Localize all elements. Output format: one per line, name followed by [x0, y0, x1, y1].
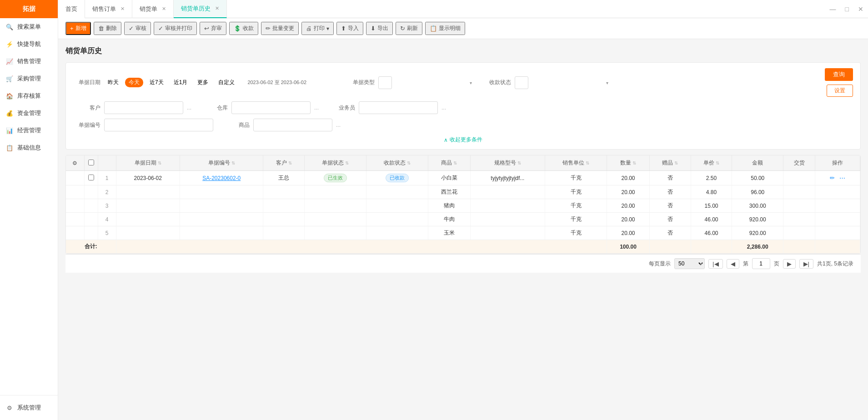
delete-button[interactable]: 🗑 删除: [94, 22, 121, 35]
set-button[interactable]: 设置: [827, 85, 853, 97]
row1-check[interactable]: [88, 175, 94, 180]
staff-dots[interactable]: ...: [442, 105, 446, 111]
sort-price[interactable]: 单价 ⇅: [703, 159, 719, 167]
add-button[interactable]: + 新增: [65, 22, 91, 35]
page-last-button[interactable]: ▶|: [799, 259, 813, 269]
order-no-input[interactable]: [104, 119, 213, 131]
row4-order-no: [180, 213, 263, 226]
goods-input[interactable]: [253, 119, 332, 131]
date-more[interactable]: 更多: [194, 78, 212, 87]
sort-date[interactable]: 单据日期 ⇅: [135, 159, 161, 167]
show-detail-button[interactable]: 📋 显示明细: [425, 22, 465, 35]
col-order-status[interactable]: 单据状态 ⇅: [305, 155, 366, 171]
row4-unit: 千克: [545, 213, 607, 226]
select-all-checkbox[interactable]: [88, 160, 94, 165]
sidebar-item-quick-nav[interactable]: ⚡ 快捷导航: [0, 35, 58, 53]
date-yesterday[interactable]: 昨天: [104, 78, 122, 87]
staff-input[interactable]: [359, 101, 438, 114]
sidebar-bottom: ⚙ 系统管理: [0, 395, 58, 420]
row1-edit-button[interactable]: ✏: [828, 175, 836, 181]
col-order-no[interactable]: 单据编号 ⇅: [180, 155, 263, 171]
customer-dots[interactable]: ...: [187, 105, 191, 111]
warehouse-dots[interactable]: ...: [314, 105, 319, 111]
row1-more-button[interactable]: ⋯: [838, 175, 847, 181]
doc-type-select[interactable]: [378, 76, 392, 89]
sort-customer-icon: ⇅: [288, 160, 292, 165]
page-next-button[interactable]: ▶: [783, 259, 796, 269]
show-detail-label: 显示明细: [439, 25, 461, 32]
sidebar-item-operations[interactable]: 📊 经营管理: [0, 122, 58, 139]
col-spec[interactable]: 规格型号 ⇅: [470, 155, 545, 171]
collapse-button[interactable]: ∧ 收起更多条件: [444, 136, 482, 144]
refresh-button[interactable]: ↻ 刷新: [396, 22, 422, 35]
col-price[interactable]: 单价 ⇅: [691, 155, 732, 171]
sidebar-item-search-menu[interactable]: 🔍 搜索菜单: [0, 18, 58, 35]
tab-sales-goods[interactable]: 销货单 ✕: [132, 0, 174, 18]
table-row: 4 牛肉 千克 20.00 否 46.00 920.00: [66, 213, 860, 226]
collect-button[interactable]: 💲 收款: [229, 22, 258, 35]
sort-payment-status[interactable]: 收款状态 ⇅: [384, 159, 411, 167]
sort-goods[interactable]: 商品 ⇅: [441, 159, 457, 167]
warehouse-input[interactable]: [231, 101, 311, 114]
sort-qty[interactable]: 数量 ⇅: [620, 159, 636, 167]
page-prev-button[interactable]: ◀: [727, 259, 739, 269]
review-print-button[interactable]: ✓ 审核并打印: [154, 22, 197, 35]
row1-order-link[interactable]: SA-20230602-0: [202, 175, 241, 181]
sort-order-status[interactable]: 单据状态 ⇅: [322, 159, 349, 167]
sidebar-item-purchase-mgmt[interactable]: 🛒 采购管理: [0, 70, 58, 87]
tab-sales-order[interactable]: 销售订单 ✕: [85, 0, 132, 18]
goods-dots[interactable]: ...: [336, 122, 341, 128]
sidebar-item-system-mgmt[interactable]: ⚙ 系统管理: [0, 399, 58, 416]
chart-icon: 📈: [5, 57, 14, 65]
data-table: ⚙ 单据日期 ⇅ 单据编号: [65, 155, 861, 254]
sort-gift[interactable]: 赠品 ⇅: [662, 159, 678, 167]
import-button[interactable]: ⬆ 导入: [336, 22, 363, 35]
batch-change-button[interactable]: ✏ 批量变更: [261, 22, 299, 35]
tab-home[interactable]: 首页: [58, 0, 85, 18]
sort-spec[interactable]: 规格型号 ⇅: [494, 159, 521, 167]
per-page-select-wrapper: 50 100 200: [674, 258, 705, 269]
date-7days[interactable]: 近7天: [146, 78, 167, 87]
row1-order-no[interactable]: SA-20230602-0: [180, 171, 263, 185]
col-customer[interactable]: 客户 ⇅: [263, 155, 305, 171]
date-custom[interactable]: 自定义: [215, 78, 238, 87]
sidebar-item-sales-mgmt[interactable]: 📈 销售管理: [0, 53, 58, 70]
page-first-button[interactable]: |◀: [708, 259, 722, 269]
page-number-input[interactable]: [752, 258, 770, 269]
tab-sales-history[interactable]: 销货单历史 ✕: [174, 0, 227, 18]
maximize-button[interactable]: □: [841, 5, 853, 13]
payment-status-select[interactable]: [515, 76, 528, 89]
date-today[interactable]: 今天: [125, 78, 143, 87]
sort-customer[interactable]: 客户 ⇅: [276, 159, 292, 167]
abandon-button[interactable]: ↩ 弃审: [200, 22, 226, 35]
sidebar-item-base-info[interactable]: 📋 基础信息: [0, 139, 58, 156]
col-goods[interactable]: 商品 ⇅: [428, 155, 471, 171]
customer-input[interactable]: [104, 101, 183, 114]
minimize-button[interactable]: —: [825, 5, 841, 13]
col-date[interactable]: 单据日期 ⇅: [116, 155, 180, 171]
sort-unit[interactable]: 销售单位 ⇅: [562, 159, 589, 167]
col-settings[interactable]: ⚙: [66, 155, 84, 171]
tab-sales-history-label: 销货单历史: [181, 5, 211, 13]
row4-price: 46.00: [691, 213, 732, 226]
col-gift[interactable]: 赠品 ⇅: [649, 155, 691, 171]
col-payment-status[interactable]: 收款状态 ⇅: [366, 155, 428, 171]
close-window-button[interactable]: ✕: [853, 5, 868, 13]
print-button[interactable]: 🖨 打印 ▾: [301, 22, 334, 35]
query-button[interactable]: 查询: [825, 68, 853, 81]
sort-price-icon: ⇅: [716, 160, 719, 165]
tab-sales-goods-close[interactable]: ✕: [162, 6, 166, 12]
footer-gift-spacer: [649, 240, 691, 254]
sidebar-item-inventory[interactable]: 🏠 库存核算: [0, 87, 58, 105]
sidebar-item-finance[interactable]: 💰 资金管理: [0, 105, 58, 122]
per-page-select[interactable]: 50 100 200: [674, 258, 705, 269]
col-unit[interactable]: 销售单位 ⇅: [545, 155, 607, 171]
export-button[interactable]: ⬇ 导出: [366, 22, 393, 35]
tab-sales-history-close[interactable]: ✕: [215, 5, 219, 11]
tab-sales-order-close[interactable]: ✕: [120, 6, 125, 12]
date-1month[interactable]: 近1月: [170, 78, 191, 87]
review-button[interactable]: ✓ 审核: [124, 22, 151, 35]
row5-customer: [263, 226, 305, 240]
col-qty[interactable]: 数量 ⇅: [607, 155, 650, 171]
sort-order-no[interactable]: 单据编号 ⇅: [208, 159, 235, 167]
